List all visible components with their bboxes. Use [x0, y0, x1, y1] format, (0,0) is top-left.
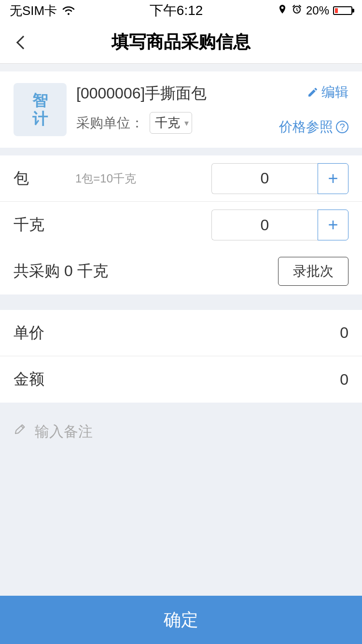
unit-label: 采购单位：	[76, 114, 144, 132]
summary-amount: 0	[64, 262, 73, 280]
kg-plus-icon: +	[328, 215, 338, 235]
kg-plus-button[interactable]: +	[318, 210, 348, 240]
summary-row: 共采购 0 千克 录批次	[0, 248, 362, 294]
empty-space	[0, 453, 362, 598]
price-ref-label: 价格参照	[279, 118, 333, 136]
kg-label: 千克	[14, 214, 71, 236]
summary-text: 共采购 0 千克	[14, 261, 108, 282]
kg-value: 0	[261, 216, 269, 234]
package-input-row: 包 1包=10千克 0 +	[0, 155, 362, 202]
package-plus-icon: +	[328, 168, 338, 189]
wifi-icon	[62, 3, 75, 18]
back-arrow-icon	[16, 35, 30, 49]
price-ref-button[interactable]: 价格参照 ?	[279, 118, 348, 136]
amount-row: 金额 0	[0, 356, 362, 403]
status-left: 无SIM卡	[10, 2, 75, 19]
edit-button[interactable]: 编辑	[307, 83, 348, 101]
product-logo: 智 计	[32, 91, 48, 128]
status-bar: 无SIM卡 下午6:12 20%	[0, 0, 362, 21]
package-plus-button[interactable]: +	[318, 163, 348, 194]
note-placeholder: 输入备注	[35, 422, 93, 442]
svg-point-0	[281, 7, 283, 9]
kg-input-row: 千克 0 +	[0, 202, 362, 248]
pencil-icon	[14, 423, 27, 440]
status-right: 20%	[277, 4, 352, 17]
package-value: 0	[261, 169, 269, 187]
batch-button[interactable]: 录批次	[278, 257, 348, 286]
unit-price-value: 0	[340, 324, 348, 342]
input-section: 包 1包=10千克 0 + 千克 0 +	[0, 155, 362, 248]
unit-value: 千克	[155, 114, 180, 131]
page-title: 填写商品采购信息	[111, 30, 251, 54]
package-label: 包	[14, 168, 71, 189]
section-divider-1	[0, 148, 362, 155]
product-card: 智 计 [0000006]手撕面包 采购单位： 千克 编辑 价格参照 ?	[0, 71, 362, 148]
carrier-label: 无SIM卡	[10, 2, 57, 19]
status-time: 下午6:12	[150, 1, 203, 20]
confirm-button[interactable]: 确定	[0, 596, 362, 644]
battery-label: 20%	[306, 4, 329, 17]
kg-input-field[interactable]: 0	[211, 210, 318, 240]
package-input-field[interactable]: 0	[211, 163, 318, 194]
back-button[interactable]	[0, 21, 39, 64]
edit-icon	[307, 86, 319, 98]
alarm-icon	[292, 4, 302, 17]
help-icon: ?	[336, 121, 348, 133]
price-section: 单价 0 金额 0	[0, 310, 362, 403]
section-divider-2	[0, 294, 362, 302]
unit-price-row: 单价 0	[0, 310, 362, 356]
unit-select[interactable]: 千克	[150, 112, 192, 134]
product-image: 智 计	[14, 83, 67, 136]
kg-field-wrapper: 0 +	[71, 210, 348, 240]
battery-icon	[333, 6, 352, 15]
amount-value: 0	[340, 371, 348, 389]
summary-unit: 千克	[77, 262, 108, 280]
nav-bar: 填写商品采购信息	[0, 21, 362, 64]
package-sublabel: 1包=10千克	[75, 171, 136, 186]
package-field-wrapper: 0 +	[136, 163, 348, 194]
summary-label: 共采购	[14, 262, 60, 280]
unit-price-label: 单价	[14, 322, 44, 344]
location-icon	[277, 4, 288, 17]
main-content: 智 计 [0000006]手撕面包 采购单位： 千克 编辑 价格参照 ?	[0, 71, 362, 644]
edit-label: 编辑	[321, 83, 348, 101]
note-section[interactable]: 输入备注	[0, 410, 362, 453]
amount-label: 金额	[14, 369, 44, 390]
